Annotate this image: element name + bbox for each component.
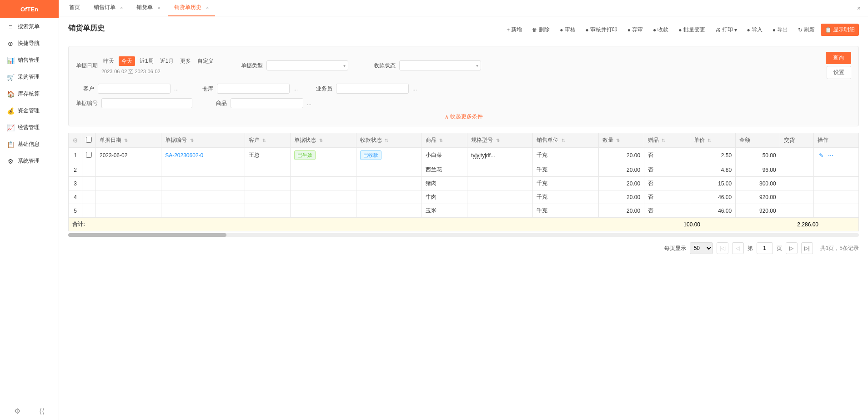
qty-cell: 20.00	[598, 204, 644, 218]
batch-change-button[interactable]: ● 批量变更	[674, 24, 709, 36]
tab-sales-delivery[interactable]: 销货单 ×	[130, 0, 166, 16]
tab-home[interactable]: 首页	[63, 0, 86, 16]
date-today-btn[interactable]: 今天	[119, 56, 135, 66]
filter-row-2: 客户 ... 仓库 ... 业务员 ...	[76, 84, 851, 94]
receive-button[interactable]: ● 收款	[649, 24, 672, 36]
date-more-btn[interactable]: 更多	[178, 56, 193, 66]
main-area: 首页 销售订单 × 销货单 × 销货单历史 × × 销货单历史 + 新增	[59, 0, 868, 420]
delete-button[interactable]: 🗑 删除	[528, 24, 554, 36]
spec-sort-icon[interactable]: ⇅	[496, 138, 500, 143]
abandon-button[interactable]: ● 弃审	[623, 24, 647, 36]
doc-date-cell	[96, 163, 161, 177]
salesperson-label: 业务员	[314, 85, 332, 93]
doc-no-link[interactable]: SA-20230602-0	[165, 152, 203, 159]
audit-print-button[interactable]: ● 审核并打印	[582, 24, 622, 36]
page-number-input[interactable]	[757, 242, 773, 254]
tab-sales-order-close[interactable]: ×	[120, 5, 123, 10]
date-last7-btn[interactable]: 近1周	[138, 56, 156, 66]
warehouse-ellipsis[interactable]: ...	[293, 85, 298, 92]
gear-column-header[interactable]: ⚙	[69, 133, 82, 148]
qty-cell: 20.00	[598, 148, 644, 163]
row-more-button[interactable]: ⋯	[827, 152, 835, 159]
add-icon: +	[507, 27, 510, 33]
tab-sales-delivery-label: 销货单	[136, 4, 153, 11]
spec-cell	[467, 190, 533, 204]
sidebar-settings-icon[interactable]: ⚙	[14, 407, 20, 415]
import-button[interactable]: ● 导入	[743, 24, 767, 36]
warehouse-input[interactable]	[217, 84, 290, 94]
query-button[interactable]: 查询	[826, 52, 851, 64]
audit-button[interactable]: ● 审核	[556, 24, 579, 36]
tab-sales-delivery-close[interactable]: ×	[157, 5, 160, 10]
add-button[interactable]: + 新增	[502, 24, 526, 36]
date-last30-btn[interactable]: 近1月	[158, 56, 176, 66]
unit-cell: 千克	[533, 148, 598, 163]
select-all-checkbox[interactable]	[86, 137, 92, 143]
gift-column-header: 赠品 ⇅	[644, 133, 690, 148]
goods-ellipsis[interactable]: ...	[307, 100, 311, 106]
unit-price-sort-icon[interactable]: ⇅	[707, 138, 711, 143]
doc-date-cell: 2023-06-02	[96, 148, 161, 163]
payment-status-select[interactable]	[399, 60, 481, 70]
sidebar-item-base-info[interactable]: 📋 基础信息	[0, 136, 59, 153]
doc-no-cell	[161, 177, 245, 190]
qty-sort-icon[interactable]: ⇅	[616, 138, 620, 143]
table-header: ⚙ 单据日期 ⇅ 单据编号 ⇅	[69, 133, 859, 148]
gear-icon[interactable]: ⚙	[72, 137, 78, 144]
row-checkbox[interactable]	[86, 152, 92, 158]
row-edit-button[interactable]: ✎	[818, 152, 825, 159]
first-page-button[interactable]: |◁	[717, 242, 728, 254]
batch-change-icon: ●	[678, 27, 682, 33]
tab-sales-order[interactable]: 销售订单 ×	[87, 0, 129, 16]
setting-button[interactable]: 设置	[827, 66, 851, 79]
doc-no-input[interactable]	[101, 98, 192, 108]
qty-col-label: 数量	[602, 137, 613, 143]
sidebar-item-sales-mgmt[interactable]: 📊 销售管理	[0, 52, 59, 69]
tab-close-all-button[interactable]: ×	[853, 3, 864, 14]
action-cell: ✎ ⋯	[814, 148, 859, 163]
goods-sort-icon[interactable]: ⇅	[439, 138, 443, 143]
sidebar-item-purchase-mgmt[interactable]: 🛒 采购管理	[0, 69, 59, 85]
doc-status-sort-icon[interactable]: ⇅	[319, 138, 323, 143]
prev-page-button[interactable]: ◁	[732, 242, 744, 254]
customer-sort-icon[interactable]: ⇅	[262, 138, 266, 143]
next-page-button[interactable]: ▷	[786, 242, 798, 254]
sidebar-item-search-menu[interactable]: ≡ 搜索菜单	[0, 18, 59, 35]
show-details-button[interactable]: 📋 显示明细	[821, 24, 859, 36]
goods-input[interactable]	[231, 98, 303, 108]
sidebar-item-quick-nav[interactable]: ⊕ 快捷导航	[0, 35, 59, 52]
row-checkbox-cell	[82, 177, 96, 190]
doc-date-sort-icon[interactable]: ⇅	[124, 138, 128, 143]
unit-price-cell: 2.50	[690, 148, 736, 163]
salesperson-ellipsis[interactable]: ...	[412, 85, 417, 92]
payment-status-sort-icon[interactable]: ⇅	[385, 138, 388, 143]
print-button[interactable]: 🖨 打印 ▾	[711, 24, 741, 36]
doc-type-select[interactable]	[266, 60, 348, 70]
tab-sales-history[interactable]: 销货单历史 ×	[168, 0, 215, 16]
tab-sales-history-close[interactable]: ×	[206, 5, 209, 10]
export-button[interactable]: ● 导出	[768, 24, 792, 36]
refresh-button[interactable]: ↻ 刷新	[794, 24, 819, 36]
sidebar-item-finance[interactable]: 💰 资金管理	[0, 102, 59, 119]
date-quick-buttons: 昨天 今天 近1周 近1月 更多 自定义	[101, 56, 216, 66]
collapse-filter-button[interactable]: ∧ 收起更多条件	[445, 113, 483, 120]
doc-no-sort-icon[interactable]: ⇅	[190, 138, 194, 143]
pagination: 每页显示 50 10 20 100 |◁ ◁ 第 页 ▷ ▷| 共1页，5条记录	[68, 239, 859, 258]
unit-sort-icon[interactable]: ⇅	[562, 138, 565, 143]
salesperson-input[interactable]	[336, 84, 409, 94]
sidebar-collapse-icon[interactable]: ⟨⟨	[39, 407, 45, 415]
customer-ellipsis[interactable]: ...	[174, 85, 179, 92]
sidebar-item-inventory[interactable]: 🏠 库存核算	[0, 85, 59, 102]
action-column-header: 操作	[814, 133, 859, 148]
sidebar-item-ops-mgmt[interactable]: 📈 经营管理	[0, 119, 59, 136]
last-page-button[interactable]: ▷|	[801, 242, 813, 254]
date-custom-btn[interactable]: 自定义	[196, 56, 216, 66]
tab-sales-history-label: 销货单历史	[174, 4, 201, 11]
total-row: 合计: 100.00 2,286.00	[68, 218, 859, 231]
customer-input[interactable]	[98, 84, 171, 94]
per-page-select[interactable]: 50 10 20 100	[690, 242, 713, 254]
date-yesterday-btn[interactable]: 昨天	[101, 56, 116, 66]
sidebar-item-sys-mgmt[interactable]: ⚙ 系统管理	[0, 153, 59, 170]
row-checkbox-cell	[82, 204, 96, 218]
gift-sort-icon[interactable]: ⇅	[662, 138, 665, 143]
